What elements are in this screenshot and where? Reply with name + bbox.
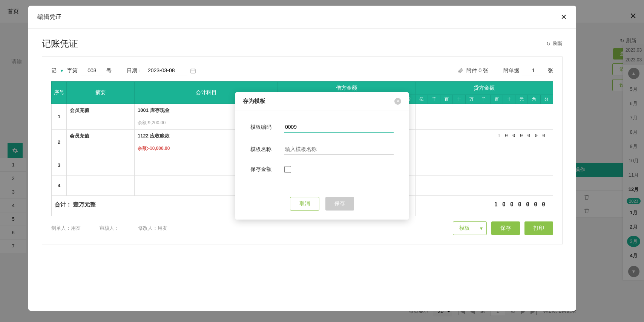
refresh-button[interactable]: ↻ 刷新 — [546, 40, 563, 47]
voucher-number-input[interactable] — [81, 66, 103, 75]
digit-label: 千 — [428, 95, 440, 104]
auditor-info: 审核人： — [100, 225, 119, 232]
digit-label: 元 — [515, 95, 528, 104]
digit-label: 万 — [465, 95, 478, 104]
save-amount-checkbox[interactable] — [284, 166, 291, 173]
total-credit: 1000000 — [415, 196, 553, 216]
template-code-label: 模板编码 — [250, 124, 277, 131]
digit-label: 百 — [440, 95, 453, 104]
save-template-dialog: 存为模板 ✕ 模板编码 模板名称 保存金额 取消 保存 — [235, 92, 409, 220]
modal-title: 编辑凭证 — [37, 13, 61, 21]
col-idx: 序号 — [52, 82, 67, 104]
row-idx: 3 — [52, 155, 67, 175]
dialog-cancel-button[interactable]: 取消 — [290, 197, 319, 211]
digit-label: 角 — [528, 95, 540, 104]
template-name-label: 模板名称 — [250, 146, 277, 153]
voucher-heading: 记账凭证 — [42, 38, 78, 50]
dialog-title: 存为模板 — [243, 98, 265, 105]
attachment-label: 附件 0 张 — [466, 67, 488, 74]
save-button[interactable]: 保存 — [491, 221, 520, 235]
number-suffix: 号 — [106, 67, 112, 74]
row-summary[interactable] — [67, 175, 135, 196]
modal-header: 编辑凭证 ✕ — [28, 6, 576, 29]
digit-label: 十 — [503, 95, 515, 104]
date-input[interactable] — [146, 66, 187, 75]
digit-label: 十 — [453, 95, 465, 104]
modal-close-icon[interactable]: ✕ — [561, 12, 567, 21]
print-button[interactable]: 打印 — [524, 221, 553, 235]
col-credit: 贷方金额 — [415, 82, 553, 95]
bill-count-input[interactable] — [522, 66, 545, 75]
svg-rect-0 — [191, 69, 195, 73]
row-idx: 1 — [52, 104, 67, 130]
refresh-icon: ↻ — [546, 41, 550, 47]
digit-label: 千 — [478, 95, 490, 104]
maker-info: 制单人：用友 — [51, 225, 81, 232]
chevron-down-icon[interactable]: ▼ — [60, 68, 64, 73]
modifier-info: 修改人：用友 — [138, 225, 167, 232]
row-idx: 2 — [52, 130, 67, 155]
digit-label: 分 — [540, 95, 553, 104]
row-idx: 4 — [52, 175, 67, 196]
row-summary[interactable] — [67, 155, 135, 175]
chevron-down-icon[interactable]: ▾ — [476, 222, 486, 234]
row-credit[interactable] — [415, 175, 553, 196]
dialog-save-button[interactable]: 保存 — [325, 197, 354, 211]
bill-suffix: 张 — [548, 67, 553, 74]
save-amount-label: 保存金额 — [250, 166, 277, 173]
voucher-type[interactable]: 记 — [51, 67, 57, 74]
calendar-icon[interactable] — [190, 68, 196, 74]
date-label: 日期： — [127, 67, 143, 74]
paperclip-icon[interactable] — [457, 68, 463, 74]
dialog-close-icon[interactable]: ✕ — [394, 98, 401, 105]
row-credit[interactable] — [415, 104, 553, 130]
template-button[interactable]: 模板 ▾ — [453, 221, 487, 235]
bill-label: 附单据 — [503, 67, 519, 74]
word-label: 字第 — [67, 67, 78, 74]
template-code-input[interactable] — [284, 122, 394, 133]
col-summary: 摘要 — [67, 82, 135, 104]
row-credit[interactable]: 1000000 — [415, 130, 553, 155]
digit-label: 亿 — [415, 95, 428, 104]
template-name-input[interactable] — [284, 144, 394, 155]
row-credit[interactable] — [415, 155, 553, 175]
row-summary[interactable]: 会员充值 — [67, 130, 135, 155]
digit-label: 百 — [490, 95, 503, 104]
row-summary[interactable]: 会员充值 — [67, 104, 135, 130]
